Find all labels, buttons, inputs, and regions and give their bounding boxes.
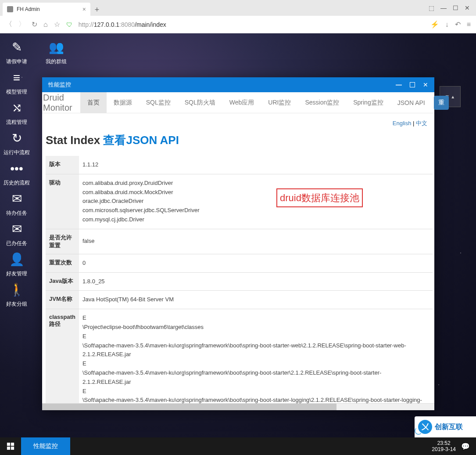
classpath-line: \Project\eclipse-boot\fhbootwam6\target\…: [82, 323, 429, 332]
taskbar-clock[interactable]: 23:52 2019-3-14: [432, 440, 456, 453]
druid-tab-7[interactable]: Spring监控: [346, 92, 390, 113]
label-classpath: classpath路径: [46, 309, 79, 403]
druid-tab-5[interactable]: URI监控: [261, 92, 298, 113]
window-maximize-icon[interactable]: [410, 82, 415, 87]
desktop-icon-1[interactable]: 👥我的群组: [39, 35, 73, 65]
maximize-icon[interactable]: ☐: [453, 4, 458, 11]
table-row: 版本1.1.12: [46, 156, 433, 174]
table-row: Java版本1.8.0_25: [46, 272, 433, 291]
druid-brand: Druid Monitor: [42, 93, 80, 113]
icon-glyph: 🚶: [0, 283, 33, 297]
table-row: 是否允许重置false: [46, 229, 433, 254]
desktop-icon-4[interactable]: ↻运行中流程: [0, 126, 33, 156]
table-row: classpath路径E\Project\eclipse-boot\fhboot…: [46, 309, 433, 403]
druid-tab-1[interactable]: 数据源: [107, 92, 139, 113]
tab-title: FH Admin: [17, 6, 40, 12]
forward-icon[interactable]: 〉: [18, 20, 25, 29]
table-row: JVM名称Java HotSpot(TM) 64-Bit Server VM: [46, 291, 433, 309]
icon-glyph: ✉: [0, 222, 33, 236]
tab-close-icon[interactable]: ×: [82, 6, 86, 13]
desktop-icon-0[interactable]: ✎请假申请: [0, 35, 33, 65]
desktop-icon-2[interactable]: ≡模型管理: [0, 65, 33, 96]
label-java-version: Java版本: [46, 272, 79, 291]
menu-icon[interactable]: ≡: [467, 21, 471, 29]
value-reset-count: 0: [79, 254, 433, 272]
watermark-text: 创新互联: [435, 422, 463, 432]
icon-label: 流程管理: [0, 119, 33, 126]
new-tab-button[interactable]: +: [90, 2, 104, 14]
json-api-link[interactable]: 查看JSON API: [103, 134, 179, 147]
svg-rect-0: [7, 443, 10, 446]
icon-glyph: •••: [0, 162, 33, 176]
language-switch: English | 中文: [46, 118, 433, 131]
icon-label: 模型管理: [0, 88, 33, 96]
star-icon[interactable]: ☆: [54, 20, 60, 29]
icon-label: 我的群组: [39, 58, 73, 65]
druid-tab-6[interactable]: Session监控: [298, 92, 346, 113]
browser-tab[interactable]: FH Admin ×: [3, 3, 90, 16]
home-icon[interactable]: ⌂: [43, 21, 48, 29]
classpath-line: \Soft\apache-maven-3.5.4\maven-ku\org\sp…: [82, 368, 429, 387]
driver-line: com.alibaba.druid.mock.MockDriver: [82, 188, 429, 197]
taskbar: 性能监控 23:52 2019-3-14 💬: [0, 437, 476, 455]
druid-tab-9[interactable]: 重: [434, 96, 449, 110]
performance-window: 性能监控 Druid Monitor 首页数据源SQL监控SQL防火墙Web应用…: [42, 77, 434, 410]
horizontal-scrollbar[interactable]: [42, 403, 434, 410]
browser-tab-strip: FH Admin × + ⬚ — ☐ ✕: [0, 0, 476, 16]
minimize-icon[interactable]: —: [440, 4, 447, 11]
value-jvm-name: Java HotSpot(TM) 64-Bit Server VM: [79, 291, 433, 309]
label-driver: 驱动: [46, 174, 79, 229]
icon-glyph: 👤: [0, 253, 33, 267]
pin-icon[interactable]: ⬚: [429, 4, 434, 11]
classpath-line: \Soft\apache-maven-3.5.4\maven-ku\org\sp…: [82, 341, 429, 360]
druid-tab-2[interactable]: SQL监控: [139, 92, 178, 113]
value-version: 1.1.12: [79, 156, 433, 174]
close-icon[interactable]: ✕: [465, 4, 470, 11]
druid-tab-3[interactable]: SQL防火墙: [178, 92, 222, 113]
classpath-line: \Soft\apache-maven-3.5.4\maven-ku\org\sp…: [82, 396, 429, 403]
shield-icon[interactable]: 🛡: [66, 21, 72, 28]
icon-label: 历史的流程: [0, 179, 33, 187]
icon-glyph: 👥: [39, 40, 73, 54]
label-reset-count: 重置次数: [46, 254, 79, 272]
lang-chinese[interactable]: 中文: [416, 120, 427, 126]
notification-icon[interactable]: 💬: [461, 442, 470, 451]
url-display[interactable]: http://127.0.0.1:8080/main/index: [79, 21, 166, 28]
icon-label: 好友分组: [0, 300, 33, 308]
desktop-icon-8[interactable]: 👤好友管理: [0, 247, 33, 278]
svg-rect-3: [11, 447, 14, 450]
driver-line: com.mysql.cj.jdbc.Driver: [82, 215, 429, 224]
icon-label: 请假申请: [0, 58, 33, 65]
druid-tab-4[interactable]: Web应用: [222, 92, 261, 113]
undo-icon[interactable]: ↶: [455, 20, 461, 29]
window-minimize-icon[interactable]: [396, 81, 402, 88]
druid-navbar: Druid Monitor 首页数据源SQL监控SQL防火墙Web应用URI监控…: [42, 92, 434, 113]
start-button[interactable]: [0, 437, 21, 455]
refresh-icon[interactable]: ↻: [32, 20, 37, 29]
label-reset-enable: 是否允许重置: [46, 229, 79, 254]
driver-line: com.alibaba.druid.proxy.DruidDriver: [82, 179, 429, 188]
bolt-icon[interactable]: ⚡: [430, 20, 439, 29]
desktop-icon-9[interactable]: 🚶好友分组: [0, 278, 33, 308]
icon-glyph: ↻: [0, 131, 33, 145]
download-icon[interactable]: ↓: [445, 21, 449, 29]
window-close-icon[interactable]: [423, 81, 428, 88]
icon-label: 运行中流程: [0, 149, 33, 156]
value-java-version: 1.8.0_25: [79, 272, 433, 291]
window-titlebar[interactable]: 性能监控: [42, 77, 434, 92]
desktop-icon-3[interactable]: ⤭流程管理: [0, 96, 33, 126]
label-jvm-name: JVM名称: [46, 291, 79, 309]
druid-tab-8[interactable]: JSON API: [390, 92, 432, 113]
value-reset-enable: false: [79, 229, 433, 254]
desktop-icon-5[interactable]: •••历史的流程: [0, 156, 33, 187]
back-icon[interactable]: 〈: [5, 20, 12, 29]
url-bar: 〈 〉 ↻ ⌂ ☆ 🛡 http://127.0.0.1:8080/main/i…: [0, 16, 476, 33]
desktop-icon-7[interactable]: ✉已办任务: [0, 217, 33, 247]
druid-tab-0[interactable]: 首页: [80, 92, 107, 113]
druid-body: English | 中文 Stat Index 查看JSON API 版本1.1…: [42, 113, 434, 403]
lang-english[interactable]: English: [393, 120, 412, 126]
desktop-icon-6[interactable]: ✉待办任务: [0, 187, 33, 217]
classpath-line: E: [82, 359, 429, 368]
value-classpath: E\Project\eclipse-boot\fhbootwam6\target…: [79, 309, 433, 403]
taskbar-task[interactable]: 性能监控: [21, 437, 70, 455]
